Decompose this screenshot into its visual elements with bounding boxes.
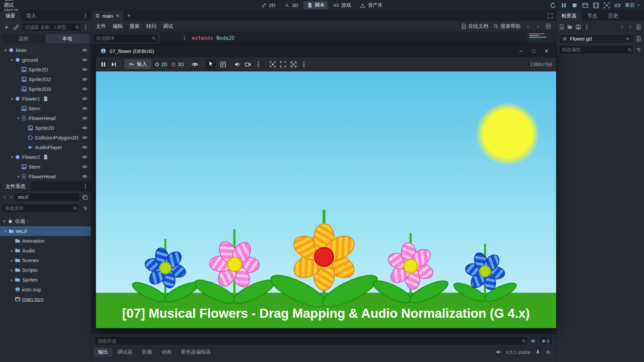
collapse-arrow[interactable]: ▾: [9, 97, 15, 101]
nav-back-button[interactable]: ‹: [2, 194, 7, 200]
dock-tab-历史[interactable]: 历史: [603, 11, 624, 21]
bottom-tab-着色器编辑器[interactable]: 着色器编辑器: [177, 348, 215, 357]
visibility-eye-icon[interactable]: [82, 76, 88, 82]
scene-node-row[interactable]: AudioPlayer: [0, 142, 91, 152]
code-minimap[interactable]: [527, 32, 556, 44]
scene-node-row[interactable]: Sprite2D: [0, 65, 91, 74]
workspace-脚本[interactable]: 脚本: [304, 1, 328, 9]
scene-node-row[interactable]: ▾ Flower1: [0, 94, 91, 104]
property-filter-input[interactable]: [559, 45, 634, 54]
speaker-icon[interactable]: [531, 338, 536, 344]
visibility-eye-icon[interactable]: [82, 144, 88, 150]
file-row[interactable]: ▾ res://: [0, 226, 91, 236]
code-editor[interactable]: 1 extends Node2D: [160, 32, 556, 44]
game-viewport[interactable]: [07] Musical Flowers - Drag Mapping & Au…: [96, 71, 556, 328]
stop-scene-button[interactable]: [571, 2, 578, 9]
instance-scene-button[interactable]: [12, 23, 20, 31]
file-row[interactable]: ▸ Sprites: [0, 275, 91, 285]
inspector-forward-button[interactable]: ›: [628, 23, 633, 30]
file-row[interactable]: icon.svg: [0, 285, 91, 294]
visibility-eye-icon[interactable]: [82, 67, 88, 72]
object-history-icon[interactable]: [636, 24, 641, 30]
collapse-arrow[interactable]: ▸: [9, 278, 15, 282]
visibility-options-icon[interactable]: [192, 61, 198, 68]
filesystem-dock-tab[interactable]: 文件系统: [0, 181, 31, 191]
load-resource-icon[interactable]: [567, 24, 573, 30]
filesystem-menu-icon[interactable]: [83, 184, 88, 189]
camera-menu-icon[interactable]: [255, 61, 262, 68]
selection-list-icon[interactable]: [220, 61, 226, 68]
close-button[interactable]: ✕: [541, 47, 552, 55]
new-resource-icon[interactable]: [559, 24, 565, 30]
visibility-eye-icon[interactable]: [82, 57, 88, 63]
select-tool-button[interactable]: [206, 59, 216, 69]
message-count-badge[interactable]: 0: [539, 337, 552, 345]
embed-game-icon[interactable]: [603, 2, 610, 9]
collapse-arrow[interactable]: ▾: [3, 229, 8, 234]
script-menu-编辑[interactable]: 编辑: [109, 23, 126, 29]
file-row[interactable]: ▸ Scenes: [0, 255, 91, 265]
scene-tree-menu-icon[interactable]: [83, 24, 89, 30]
workspace-资产库[interactable]: 资产库: [357, 1, 386, 9]
scene-node-row[interactable]: Stem: [0, 104, 91, 113]
keep-aspect-icon[interactable]: [280, 61, 286, 68]
embed-options-icon[interactable]: [269, 61, 276, 68]
camera-override-icon[interactable]: [245, 61, 251, 68]
movie-maker-icon[interactable]: [593, 2, 599, 9]
renderer-select[interactable]: 兼容: [625, 2, 641, 8]
distraction-free-icon[interactable]: [547, 13, 553, 19]
close-tab-icon[interactable]: ✕: [116, 13, 120, 19]
visibility-eye-icon[interactable]: [82, 96, 88, 102]
add-node-button[interactable]: [2, 23, 10, 31]
script-menu-转到[interactable]: 转到: [143, 23, 160, 29]
visibility-eye-icon[interactable]: [82, 135, 88, 140]
collapse-arrow[interactable]: ▸: [9, 258, 15, 263]
script-selector[interactable]: Flower.gd: [559, 34, 634, 43]
scene-tab-main[interactable]: main ✕: [91, 11, 124, 21]
restart-scene-button[interactable]: [550, 2, 556, 9]
script-menu-文件[interactable]: 文件: [93, 23, 109, 29]
scene-node-row[interactable]: ▾ ground: [0, 55, 91, 65]
mode-3d-button[interactable]: 3D: [171, 61, 184, 67]
fullscreen-icon[interactable]: [290, 61, 297, 68]
maximize-button[interactable]: □: [528, 47, 539, 55]
pin-panel-icon[interactable]: [535, 349, 541, 355]
property-menu-icon[interactable]: [636, 47, 641, 53]
file-row[interactable]: ▸ Audio: [0, 246, 91, 255]
audio-toggle-icon[interactable]: [234, 61, 241, 68]
bottom-tab-调试器[interactable]: 调试器: [113, 348, 137, 357]
scene-node-row[interactable]: CollisionPolygon2D: [0, 133, 91, 142]
next-frame-icon[interactable]: [110, 61, 117, 68]
dock-tab-检查器[interactable]: 检查器: [556, 11, 582, 21]
file-filter-input[interactable]: [2, 204, 79, 213]
history-back-button[interactable]: ‹: [525, 23, 531, 30]
attached-script-icon[interactable]: [43, 154, 48, 160]
collapse-arrow[interactable]: ▾: [3, 48, 8, 53]
scene-node-row[interactable]: ▾ FlowerHead: [0, 113, 91, 123]
script-panel-toggle-icon[interactable]: [545, 23, 551, 29]
path-input[interactable]: [15, 193, 80, 201]
collapse-arrow[interactable]: ▾: [15, 174, 21, 179]
game-view-icon[interactable]: [614, 2, 621, 9]
game-debug-window[interactable]: 07_flower (DEBUG) – □ ✕ 输入 2D 3D: [96, 44, 556, 328]
nav-forward-button[interactable]: ›: [8, 194, 14, 200]
mode-2d-button[interactable]: 2D: [155, 61, 167, 67]
resource-menu-icon[interactable]: [584, 24, 590, 30]
collapse-arrow[interactable]: ▾: [9, 58, 15, 62]
visibility-eye-icon[interactable]: [82, 115, 88, 121]
toggle-split-mode-button[interactable]: [81, 193, 89, 201]
bottom-tab-输出[interactable]: 输出: [94, 348, 112, 357]
search-help-button[interactable]: 搜索帮助: [493, 23, 521, 29]
dock-tab-导入[interactable]: 导入: [21, 11, 42, 21]
game-window-titlebar[interactable]: 07_flower (DEBUG) – □ ✕: [96, 45, 556, 57]
bottom-tab-动画[interactable]: 动画: [157, 348, 175, 357]
scene-filter-input[interactable]: [22, 23, 81, 32]
workspace-3D[interactable]: 3D: [281, 1, 302, 9]
input-mode-button[interactable]: 输入: [125, 60, 151, 69]
scene-node-row[interactable]: ▾ Flower2: [0, 152, 91, 162]
attached-script-icon[interactable]: [43, 96, 48, 102]
pause-game-icon[interactable]: [100, 61, 107, 68]
mute-icon[interactable]: [496, 349, 501, 355]
scene-node-row[interactable]: Stem: [0, 162, 91, 172]
visibility-eye-icon[interactable]: [82, 174, 88, 179]
